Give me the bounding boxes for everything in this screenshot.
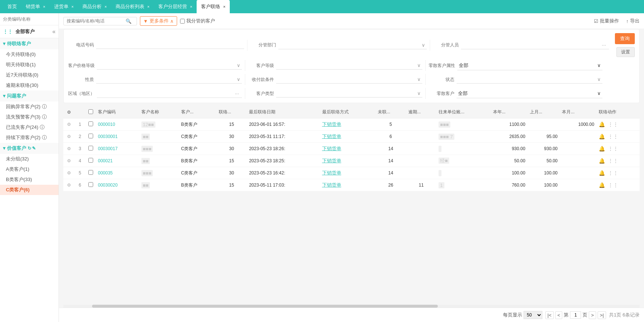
nav-customer-segment[interactable]: 客户分层经营 ×: [154, 0, 197, 13]
sidebar-all-customers[interactable]: ⋮⋮ 全部客户 «: [0, 25, 59, 38]
row-check[interactable]: [85, 179, 96, 191]
search-input[interactable]: [67, 18, 126, 24]
sidebar-search-input[interactable]: [3, 17, 58, 22]
row-name[interactable]: ■■: [139, 179, 179, 191]
action-more-icon[interactable]: ⋮⋮: [608, 158, 618, 164]
filter-status-select[interactable]: ∨: [457, 75, 602, 84]
sidebar-item-declining-customers[interactable]: 持续下滑客户(2) ⓘ: [0, 132, 59, 143]
region-ellipsis-btn[interactable]: ···: [233, 91, 241, 96]
sidebar-item-class-b[interactable]: B类客户(33): [0, 174, 59, 185]
row-gear[interactable]: ⚙: [63, 118, 74, 131]
search-input-wrap[interactable]: 🔍: [63, 17, 137, 25]
filter-nature-select[interactable]: ∨: [96, 75, 242, 84]
page-last-btn[interactable]: >|: [598, 311, 606, 319]
page-prev-btn[interactable]: <: [555, 311, 563, 319]
manager-ellipsis-btn[interactable]: ···: [600, 42, 608, 48]
page-first-btn[interactable]: |<: [545, 311, 554, 319]
row-gear[interactable]: ⚙: [63, 143, 74, 155]
row-check[interactable]: [85, 118, 96, 131]
filter-price-level-select[interactable]: ∨: [97, 61, 242, 70]
sidebar-item-tomorrow-contact[interactable]: 明天待联络(1): [0, 60, 59, 70]
sidebar-item-class-c[interactable]: C类客户(6): [0, 185, 59, 195]
action-contact-icon[interactable]: 🔔: [599, 146, 605, 152]
filter-payment-select[interactable]: ∨: [276, 75, 422, 84]
row-code[interactable]: 000021: [96, 155, 139, 167]
nav-product-analysis-list-close[interactable]: ×: [147, 4, 149, 9]
export-btn[interactable]: ↑ 导出: [626, 18, 640, 24]
action-more-icon[interactable]: ⋮⋮: [608, 146, 618, 152]
row-code[interactable]: 000035: [96, 167, 139, 179]
sidebar-item-7days-contact[interactable]: 近7天待联络(0): [0, 70, 59, 80]
row-checkbox[interactable]: [88, 121, 93, 126]
row-check[interactable]: [85, 143, 96, 155]
sidebar-section-problem-customers[interactable]: ▾ 问题客户: [0, 91, 59, 102]
nav-product-analysis-list[interactable]: 商品分析列表 ×: [111, 0, 154, 13]
filter-phone-input[interactable]: [96, 41, 244, 49]
set-btn[interactable]: 设置: [616, 47, 635, 57]
row-check[interactable]: [85, 131, 96, 143]
action-more-icon[interactable]: ⋮⋮: [608, 134, 618, 139]
row-gear[interactable]: ⚙: [63, 179, 74, 191]
query-btn[interactable]: 查询: [615, 33, 635, 44]
page-next-btn[interactable]: >: [589, 311, 596, 319]
row-code[interactable]: 0000010: [96, 118, 139, 131]
nav-customer-segment-close[interactable]: ×: [190, 4, 192, 9]
row-last-contact-method[interactable]: 下销货单: [320, 143, 376, 155]
sidebar-item-abnormal-repurchase[interactable]: 回购异常客户(2) ⓘ: [0, 102, 59, 112]
nav-product-analysis-close[interactable]: ×: [105, 4, 107, 9]
filter-scattered-customer-select[interactable]: 全部 ∨: [457, 89, 602, 98]
row-gear[interactable]: ⚙: [63, 155, 74, 167]
action-more-icon[interactable]: ⋮⋮: [608, 182, 618, 188]
sidebar-item-class-a[interactable]: A类客户(1): [0, 164, 59, 174]
nav-customer-contact[interactable]: 客户联络 ×: [197, 0, 230, 13]
row-checkbox[interactable]: [88, 182, 93, 187]
sidebar-item-today-contact[interactable]: 今天待联络(0): [0, 49, 59, 60]
row-check[interactable]: [85, 155, 96, 167]
row-last-contact-method[interactable]: 下销货单: [320, 167, 376, 179]
row-name[interactable]: ■■: [139, 131, 179, 143]
action-contact-icon[interactable]: 🔔: [599, 182, 605, 188]
filter-customer-level-select[interactable]: ∨: [276, 61, 422, 70]
row-name[interactable]: ■■: [139, 155, 179, 167]
row-last-contact-method[interactable]: 下销货单: [320, 179, 376, 191]
sidebar-item-unclassified[interactable]: 未分组(32): [0, 154, 59, 164]
page-size-dropdown[interactable]: 50 100 200: [524, 311, 542, 319]
batch-op-btn[interactable]: ☑ 批量操作: [594, 18, 619, 24]
sidebar-item-churn-warning[interactable]: 流失预警客户(3) ⓘ: [0, 112, 59, 122]
sidebar-item-overdue-contact[interactable]: 逾期未联络(30): [0, 80, 59, 91]
value-customers-edit[interactable]: ✎: [32, 146, 36, 151]
row-name[interactable]: ■■■: [139, 167, 179, 179]
row-name[interactable]: ■■■: [139, 143, 179, 155]
nav-sales-close[interactable]: ×: [43, 4, 45, 9]
action-contact-icon[interactable]: 🔔: [599, 134, 605, 139]
row-code[interactable]: 00030020: [96, 179, 139, 191]
sidebar-collapse-icon[interactable]: «: [52, 28, 56, 35]
filter-more-btn[interactable]: ▼ 更多条件 ∧: [140, 16, 177, 26]
nav-sales[interactable]: 销货单 ×: [21, 0, 50, 13]
row-code[interactable]: 00030001: [96, 131, 139, 143]
my-customers-check[interactable]: 我分管的客户: [180, 18, 215, 24]
nav-product-analysis[interactable]: 商品分析 ×: [78, 0, 111, 13]
row-last-contact-method[interactable]: 下销货单: [320, 155, 376, 167]
filter-dept-select[interactable]: ∨: [278, 41, 426, 49]
row-checkbox[interactable]: [88, 134, 93, 138]
select-all-checkbox[interactable]: [88, 109, 93, 114]
row-name[interactable]: 12■■: [139, 118, 179, 131]
row-gear[interactable]: ⚙: [63, 167, 74, 179]
value-customers-refresh[interactable]: ↻: [28, 146, 31, 151]
action-contact-icon[interactable]: 🔔: [599, 158, 605, 164]
filter-scattered-attr-select[interactable]: 全部 ∨: [457, 61, 602, 70]
scroll-hint[interactable]: [63, 305, 640, 308]
row-last-contact-method[interactable]: 下销货单: [320, 118, 376, 131]
sidebar-section-pending-contact[interactable]: ▾ 待联络客户: [0, 38, 59, 49]
page-input[interactable]: [570, 311, 581, 319]
row-check[interactable]: [85, 167, 96, 179]
row-checkbox[interactable]: [88, 158, 93, 163]
sidebar-item-lost-customers[interactable]: 已流失客户(24) ⓘ: [0, 122, 59, 132]
action-contact-icon[interactable]: 🔔: [599, 170, 605, 176]
col-check[interactable]: [85, 106, 96, 118]
row-gear[interactable]: ⚙: [63, 131, 74, 143]
row-checkbox[interactable]: [88, 146, 93, 151]
action-more-icon[interactable]: ⋮⋮: [608, 170, 618, 176]
nav-customer-contact-close[interactable]: ×: [223, 4, 225, 9]
